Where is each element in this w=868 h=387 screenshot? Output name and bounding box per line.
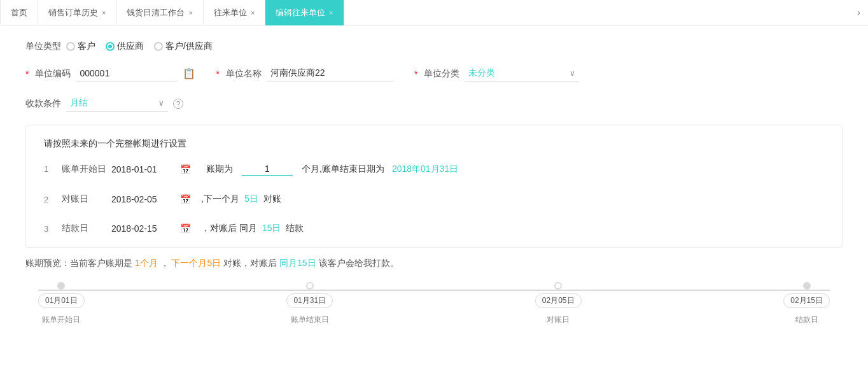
period-months-input[interactable] — [242, 162, 293, 176]
timeline-points: 01月01日 账单开始日 01月31日 账单结束日 02月05日 对账日 02月… — [38, 282, 830, 325]
payment-help-icon[interactable]: ? — [173, 99, 183, 109]
radio-both[interactable]: 客户/供应商 — [154, 41, 213, 52]
row-label-3: 结款日 — [62, 223, 106, 234]
unit-type-group: 单位类型 客户 供应商 客户/供应商 — [25, 41, 213, 52]
unit-code-group: * 单位编码 📋 — [25, 66, 195, 81]
preview-part2: 下一个月5日 — [171, 258, 221, 268]
payment-prefix: ，对账后 同月 — [201, 223, 257, 234]
tab-home-label: 首页 — [11, 7, 27, 18]
payment-suffix: 结款 — [286, 223, 304, 234]
unit-class-label: 单位分类 — [424, 68, 459, 80]
timeline-point-2: 02月05日 对账日 — [535, 282, 582, 325]
calendar-icon-2[interactable]: 📅 — [180, 194, 191, 204]
unit-code-label: 单位编码 — [35, 68, 71, 80]
payment-arrow-icon: ∨ — [158, 99, 164, 108]
close-icon-edit-partner[interactable]: × — [329, 9, 333, 17]
tab-edit-partner[interactable]: 编辑往来单位 × — [265, 0, 344, 25]
unit-class-required: * — [414, 69, 417, 79]
point-label-3: 结款日 — [795, 314, 818, 325]
unit-info-row: * 单位编码 📋 * 单位名称 * 单位分类 未分类 ∨ — [25, 65, 843, 82]
preview-part3: 同月15日 — [279, 258, 318, 268]
preview-text: 账期预览：当前客户账期是 1个月 ， 下一个月5日 对账，对账后 同月15日 该… — [25, 258, 843, 269]
unit-name-input[interactable] — [267, 66, 394, 81]
point-label-2: 对账日 — [547, 314, 570, 325]
radio-customer-label: 客户 — [78, 41, 95, 52]
point-dot-0 — [57, 282, 65, 290]
unit-type-radio-group: 客户 供应商 客户/供应商 — [66, 41, 213, 52]
radio-both-label: 客户/供应商 — [165, 41, 213, 52]
row-label-1: 账单开始日 — [62, 164, 106, 175]
point-dot-1 — [306, 282, 314, 290]
preview-part1: 1个月 — [135, 258, 158, 268]
point-badge-0: 01月01日 — [38, 293, 85, 308]
point-badge-2: 02月05日 — [535, 293, 582, 308]
unit-name-required: * — [216, 69, 219, 79]
period-end-date: 2018年01月31日 — [392, 164, 458, 175]
unit-name-group: * 单位名称 — [216, 66, 393, 81]
reconcile-day: 5日 — [244, 194, 258, 205]
timeline-point-3: 02月15日 结款日 — [783, 282, 830, 325]
tabs-bar: 首页 销售订单历史 × 钱货日清工作台 × 往来单位 × 编辑往来单位 × › — [0, 0, 868, 25]
row-num-1: 1 — [44, 164, 57, 174]
radio-circle-supplier — [106, 42, 115, 51]
close-icon-sales-history[interactable]: × — [102, 9, 106, 17]
timeline-point-0: 01月01日 账单开始日 — [38, 282, 85, 325]
payment-row: 收款条件 月结 ∨ ? — [25, 95, 843, 112]
section-title: 请按照未来的一个完整帐期进行设置 — [44, 138, 824, 150]
point-label-1: 账单结束日 — [291, 314, 329, 325]
row-label-2: 对账日 — [62, 194, 106, 205]
tab-cash-work[interactable]: 钱货日清工作台 × — [116, 0, 203, 25]
period-for-label: 账期为 — [206, 164, 233, 175]
radio-supplier-label: 供应商 — [117, 41, 144, 52]
radio-circle-both — [154, 42, 163, 51]
tab-cash-work-label: 钱货日清工作台 — [127, 7, 185, 18]
payment-label: 收款条件 — [25, 98, 61, 109]
calendar-icon-3[interactable]: 📅 — [180, 223, 191, 234]
point-label-0: 账单开始日 — [42, 314, 80, 325]
calendar-icon-1[interactable]: 📅 — [180, 164, 191, 174]
tab-sales-history[interactable]: 销售订单历史 × — [38, 0, 116, 25]
row-num-2: 2 — [44, 195, 57, 204]
tab-home[interactable]: 首页 — [0, 0, 38, 25]
unit-code-input[interactable] — [76, 66, 178, 81]
unit-class-dropdown[interactable]: 未分类 ∨ — [465, 65, 579, 82]
radio-supplier[interactable]: 供应商 — [106, 41, 144, 52]
tab-partner[interactable]: 往来单位 × — [204, 0, 265, 25]
timeline: 01月01日 账单开始日 01月31日 账单结束日 02月05日 对账日 02月… — [25, 282, 843, 325]
unit-name-label: 单位名称 — [226, 68, 262, 80]
calendar-icon-code[interactable]: 📋 — [183, 67, 195, 80]
reconcile-suffix: 对账 — [263, 194, 281, 205]
period-row-2: 2 对账日 2018-02-05 📅 ,下一个月5日 对账 — [44, 194, 824, 205]
unit-class-group: * 单位分类 未分类 ∨ — [414, 65, 579, 82]
preview-prefix: 账期预览：当前客户账期是 — [25, 258, 132, 268]
payment-day: 15日 — [262, 223, 281, 234]
tab-edit-partner-label: 编辑往来单位 — [276, 7, 325, 18]
unit-class-value: 未分类 — [468, 67, 567, 79]
tab-sales-history-label: 销售订单历史 — [48, 7, 98, 18]
period-months-label: 个月,账单结束日期为 — [302, 164, 384, 175]
period-row-3: 3 结款日 2018-02-15 📅 ，对账后 同月15日 结款 — [44, 223, 824, 234]
preview-suffix: 该客户会给我打款。 — [319, 258, 399, 268]
timeline-point-1: 01月31日 账单结束日 — [286, 282, 333, 325]
period-row-1: 1 账单开始日 2018-01-01 📅 账期为 个月,账单结束日期为 2018… — [44, 162, 824, 176]
point-dot-2 — [554, 282, 562, 290]
row-date-2: 2018-02-05 — [111, 194, 175, 204]
close-icon-partner[interactable]: × — [251, 9, 255, 17]
reconcile-prefix: ,下一个月 — [201, 194, 239, 205]
payment-dropdown[interactable]: 月结 ∨ — [66, 95, 168, 112]
unit-class-arrow-icon: ∨ — [570, 69, 575, 78]
radio-circle-customer — [66, 42, 75, 51]
preview-mid1: ， — [160, 258, 169, 268]
close-icon-cash-work[interactable]: × — [188, 9, 192, 17]
unit-code-required: * — [25, 69, 29, 79]
tab-partner-label: 往来单位 — [214, 7, 247, 18]
point-badge-1: 01月31日 — [286, 293, 333, 308]
row-date-1: 2018-01-01 — [111, 164, 175, 174]
period-section: 请按照未来的一个完整帐期进行设置 1 账单开始日 2018-01-01 📅 账期… — [25, 125, 843, 248]
radio-customer[interactable]: 客户 — [66, 41, 95, 52]
main-content: 单位类型 客户 供应商 客户/供应商 * 单位编码 — [0, 25, 868, 387]
unit-type-row: 单位类型 客户 供应商 客户/供应商 — [25, 41, 843, 52]
payment-value: 月结 — [70, 97, 156, 109]
point-badge-3: 02月15日 — [783, 293, 830, 308]
tabs-expand-button[interactable]: › — [850, 7, 868, 18]
